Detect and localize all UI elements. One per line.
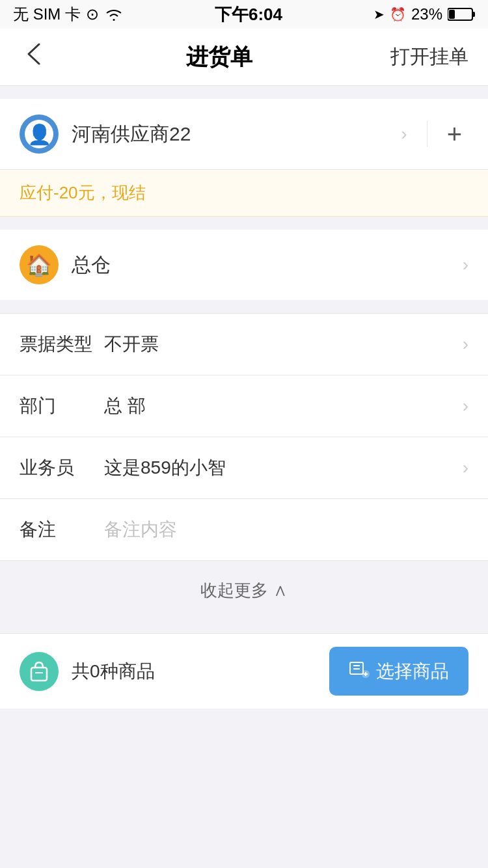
home-icon: 🏠: [26, 252, 52, 277]
warehouse-row[interactable]: 🏠 总仓 ›: [0, 230, 488, 300]
add-supplier-button[interactable]: +: [441, 120, 468, 149]
person-icon: 👤: [27, 123, 51, 146]
supplier-card: 👤 河南供应商22 › + 应付-20元，现结: [0, 99, 488, 217]
location-icon: ➤: [373, 7, 385, 22]
page-title: 进货单: [186, 42, 252, 72]
ticket-type-chevron-icon: ›: [463, 334, 468, 355]
back-button[interactable]: [20, 35, 48, 79]
warehouse-icon: 🏠: [20, 245, 59, 284]
wifi-signal-icon: [104, 7, 124, 21]
alarm-icon: ⏰: [390, 7, 406, 22]
battery-icon: [448, 7, 475, 21]
svg-rect-1: [472, 12, 475, 17]
department-row[interactable]: 部门 总 部 ›: [0, 375, 488, 437]
ticket-type-label: 票据类型: [20, 332, 104, 357]
warehouse-card[interactable]: 🏠 总仓 ›: [0, 230, 488, 300]
shopping-bag-icon: [27, 660, 51, 683]
supplier-name: 河南供应商22: [72, 121, 401, 148]
carrier-label: 无 SIM 卡: [13, 4, 81, 25]
status-right: ➤ ⏰ 23%: [373, 5, 475, 23]
product-count: 共0种商品: [72, 659, 329, 684]
avatar-inner: 👤: [25, 120, 53, 148]
bottom-bar: 共0种商品 选择商品: [0, 633, 488, 709]
bottom-divider: [0, 620, 488, 633]
department-label: 部门: [20, 394, 104, 418]
mid-divider-1: [0, 217, 488, 230]
select-goods-button[interactable]: 选择商品: [329, 647, 468, 696]
status-bar: 无 SIM 卡 ⊙ 下午6:04 ➤ ⏰ 23%: [0, 0, 488, 29]
salesperson-chevron-icon: ›: [463, 457, 468, 478]
salesperson-value: 这是859的小智: [104, 455, 463, 480]
department-chevron-icon: ›: [463, 396, 468, 416]
mid-divider-2: [0, 300, 488, 313]
warehouse-chevron-icon: ›: [463, 254, 468, 275]
battery-label: 23%: [411, 5, 442, 23]
remark-label: 备注: [20, 517, 104, 542]
salesperson-row[interactable]: 业务员 这是859的小智 ›: [0, 437, 488, 498]
remark-input[interactable]: 备注内容: [104, 517, 468, 542]
ticket-type-row[interactable]: 票据类型 不开票 ›: [0, 313, 488, 375]
supplier-row[interactable]: 👤 河南供应商22 › +: [0, 99, 488, 170]
supplier-chevron-icon: ›: [401, 124, 407, 144]
nav-bar: 进货单 打开挂单: [0, 29, 488, 86]
product-icon: [20, 652, 59, 691]
department-value: 总 部: [104, 394, 463, 418]
remark-row[interactable]: 备注 备注内容: [0, 498, 488, 560]
status-left: 无 SIM 卡 ⊙: [13, 4, 124, 25]
wifi-icon: ⊙: [86, 5, 99, 23]
page-background: [0, 709, 488, 868]
top-divider: [0, 86, 488, 99]
collapse-button[interactable]: 收起更多 ∧: [0, 560, 488, 620]
select-goods-label: 选择商品: [376, 659, 449, 684]
supplier-alert: 应付-20元，现结: [0, 170, 488, 217]
salesperson-label: 业务员: [20, 455, 104, 480]
open-pending-button[interactable]: 打开挂单: [390, 44, 468, 70]
divider-line: [427, 121, 427, 147]
supplier-avatar: 👤: [20, 115, 59, 154]
warehouse-name: 总仓: [72, 252, 463, 278]
ticket-type-value: 不开票: [104, 332, 463, 357]
form-card: 票据类型 不开票 › 部门 总 部 › 业务员 这是859的小智 › 备注 备注…: [0, 313, 488, 620]
time-label: 下午6:04: [215, 3, 282, 26]
select-goods-icon: [349, 658, 370, 684]
svg-rect-3: [31, 668, 47, 681]
svg-rect-2: [449, 10, 455, 19]
